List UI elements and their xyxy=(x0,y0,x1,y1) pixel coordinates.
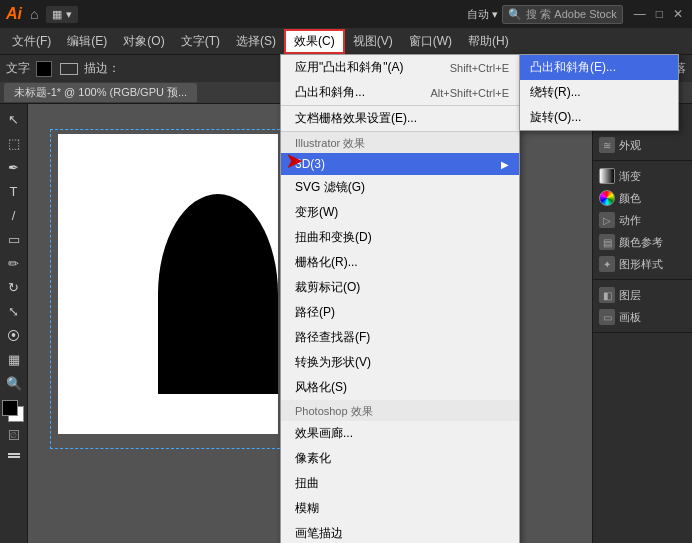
color-label: 颜色 xyxy=(619,191,641,206)
search-bar[interactable]: 🔍 搜 索 Adobe Stock xyxy=(502,5,623,24)
rotate-tool[interactable]: ↻ xyxy=(3,276,25,298)
menu-edit[interactable]: 编辑(E) xyxy=(59,31,115,52)
menu-bar: 文件(F) 编辑(E) 对象(O) 文字(T) 选择(S) 效果(C) 视图(V… xyxy=(0,28,692,54)
color-guide-icon: ▤ xyxy=(599,234,615,250)
none-color[interactable]: ∅ xyxy=(9,430,19,440)
color-guide-panel[interactable]: ▤ 颜色参考 xyxy=(593,231,692,253)
rasterize-item[interactable]: 栅格化(R)... xyxy=(281,250,519,275)
maximize-button[interactable]: □ xyxy=(653,7,666,21)
extrude-bevel-item[interactable]: 凸出和斜角... Alt+Shift+Ctrl+E xyxy=(281,80,519,105)
gradient-icon xyxy=(599,168,615,184)
revolve-label: 绕转(R)... xyxy=(530,84,581,101)
effect-menu-top: 应用"凸出和斜角"(A) Shift+Ctrl+E 凸出和斜角... Alt+S… xyxy=(281,55,519,106)
canvas-document xyxy=(58,134,278,434)
panel-section-3: ◧ 图层 ▭ 画板 xyxy=(593,280,692,333)
brush-strokes-label: 画笔描边 xyxy=(295,525,343,542)
color-selector xyxy=(2,400,26,426)
fill-color[interactable] xyxy=(36,61,52,77)
pathfinder-label: 路径查找器(F) xyxy=(295,329,370,346)
pixelate-label: 像素化 xyxy=(295,450,331,467)
pathfinder-item[interactable]: 路径查找器(F) xyxy=(281,325,519,350)
home-icon[interactable]: ⌂ xyxy=(30,6,38,22)
stylize-item[interactable]: 风格化(S) xyxy=(281,375,519,400)
rotate-sub-item[interactable]: 旋转(O)... xyxy=(520,105,678,130)
ai-logo: Ai xyxy=(6,5,22,23)
auto-label[interactable]: 自动 ▾ xyxy=(467,7,498,22)
3d-item[interactable]: 3D(3) ▶ xyxy=(281,153,519,175)
rotate-sub-label: 旋转(O)... xyxy=(530,109,581,126)
color-panel[interactable]: 颜色 xyxy=(593,187,692,209)
pixelate-item[interactable]: 像素化 xyxy=(281,446,519,471)
crop-marks-label: 裁剪标记(O) xyxy=(295,279,360,296)
extrude-bevel-shortcut: Alt+Shift+Ctrl+E xyxy=(430,87,509,99)
line-tool[interactable]: / xyxy=(3,204,25,226)
menu-window[interactable]: 窗口(W) xyxy=(401,31,460,52)
svg-filter-item[interactable]: SVG 滤镜(G) xyxy=(281,175,519,200)
select-tool[interactable]: ↖ xyxy=(3,108,25,130)
extrude-bevel-sub-item[interactable]: 凸出和斜角(E)... xyxy=(520,55,678,80)
path-item[interactable]: 路径(P) xyxy=(281,300,519,325)
chart-tool[interactable]: ▦ xyxy=(3,348,25,370)
raster-settings-item[interactable]: 文档栅格效果设置(E)... xyxy=(281,106,519,131)
menu-help[interactable]: 帮助(H) xyxy=(460,31,517,52)
menu-text[interactable]: 文字(T) xyxy=(173,31,228,52)
revolve-item[interactable]: 绕转(R)... xyxy=(520,80,678,105)
extra-color-tools: ∅ xyxy=(9,430,19,440)
effect-gallery-item[interactable]: 效果画廊... xyxy=(281,421,519,446)
artboards-panel[interactable]: ▭ 画板 xyxy=(593,306,692,328)
actions-label: 动作 xyxy=(619,213,641,228)
paint-brush-tool[interactable]: ✏ xyxy=(3,252,25,274)
distort-item[interactable]: 扭曲 xyxy=(281,471,519,496)
canvas-shape xyxy=(158,194,278,394)
window-controls: — □ ✕ xyxy=(631,7,686,21)
actions-icon: ▷ xyxy=(599,212,615,228)
appearance-panel[interactable]: ≋ 外观 xyxy=(593,134,692,156)
svg-filter-label: SVG 滤镜(G) xyxy=(295,179,365,196)
blend-tool[interactable]: ⦿ xyxy=(3,324,25,346)
rect-tool[interactable]: ▭ xyxy=(3,228,25,250)
brush-strokes-item[interactable]: 画笔描边 xyxy=(281,521,519,543)
gradient-label: 渐变 xyxy=(619,169,641,184)
menu-object[interactable]: 对象(O) xyxy=(115,31,172,52)
color-guide-label: 颜色参考 xyxy=(619,235,663,250)
close-button[interactable]: ✕ xyxy=(670,7,686,21)
layers-panel[interactable]: ◧ 图层 xyxy=(593,284,692,306)
pen-tool[interactable]: ✒ xyxy=(3,156,25,178)
gradient-panel[interactable]: 渐变 xyxy=(593,165,692,187)
graphic-styles-label: 图形样式 xyxy=(619,257,663,272)
direct-select-tool[interactable]: ⬚ xyxy=(3,132,25,154)
menu-view[interactable]: 视图(V) xyxy=(345,31,401,52)
artboards-label: 画板 xyxy=(619,310,641,325)
layers-label: 图层 xyxy=(619,288,641,303)
arrange-button[interactable]: ▦ ▾ xyxy=(46,6,77,23)
color-icon xyxy=(599,190,615,206)
blur-item[interactable]: 模糊 xyxy=(281,496,519,521)
appearance-label: 外观 xyxy=(619,138,641,153)
stroke-label: 描边： xyxy=(84,60,120,77)
foreground-color[interactable] xyxy=(2,400,18,416)
actions-panel[interactable]: ▷ 动作 xyxy=(593,209,692,231)
minimize-button[interactable]: — xyxy=(631,7,649,21)
screen-mode[interactable] xyxy=(3,444,25,466)
convert-shape-item[interactable]: 转换为形状(V) xyxy=(281,350,519,375)
distort-transform-label: 扭曲和变换(D) xyxy=(295,229,372,246)
extrude-bevel-label: 凸出和斜角... xyxy=(295,84,365,101)
menu-effect[interactable]: 效果(C) xyxy=(284,29,345,54)
scale-tool[interactable]: ⤡ xyxy=(3,300,25,322)
type-tool[interactable]: T xyxy=(3,180,25,202)
warp-item[interactable]: 变形(W) xyxy=(281,200,519,225)
zoom-tool[interactable]: 🔍 xyxy=(3,372,25,394)
menu-select[interactable]: 选择(S) xyxy=(228,31,284,52)
apply-extrude-item[interactable]: 应用"凸出和斜角"(A) Shift+Ctrl+E xyxy=(281,55,519,80)
right-panel: ◑ 透明度 ≋ 外观 渐变 颜色 ▷ 动作 ▤ 颜色参考 xyxy=(592,104,692,543)
panel-section-2: 渐变 颜色 ▷ 动作 ▤ 颜色参考 ✦ 图形样式 xyxy=(593,161,692,280)
distort-transform-item[interactable]: 扭曲和变换(D) xyxy=(281,225,519,250)
menu-file[interactable]: 文件(F) xyxy=(4,31,59,52)
photoshop-effects-label: Photoshop 效果 xyxy=(281,400,519,421)
3d-submenu: 凸出和斜角(E)... 绕转(R)... 旋转(O)... xyxy=(519,54,679,131)
graphic-styles-panel[interactable]: ✦ 图形样式 xyxy=(593,253,692,275)
appearance-icon: ≋ xyxy=(599,137,615,153)
doc-tab-item[interactable]: 未标题-1* @ 100% (RGB/GPU 预... xyxy=(4,83,197,102)
search-placeholder: 搜 索 Adobe Stock xyxy=(526,7,617,22)
crop-marks-item[interactable]: 裁剪标记(O) xyxy=(281,275,519,300)
